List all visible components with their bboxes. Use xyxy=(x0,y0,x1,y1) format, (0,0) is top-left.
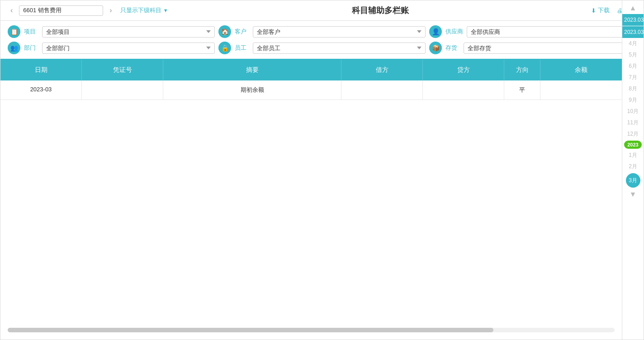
timeline-month-7[interactable]: 7月 xyxy=(622,72,644,83)
supplier-icon: 👤 xyxy=(429,25,442,38)
filter-employee: 🔒 员工 全部员工 xyxy=(218,42,426,54)
timeline-month-9[interactable]: 9月 xyxy=(622,94,644,106)
table-header: 日期 凭证号 摘要 借方 贷方 方向 余额 xyxy=(0,60,622,80)
filter-customer: 🏠 客户 全部客户 xyxy=(218,25,426,38)
download-label: 下载 xyxy=(598,6,610,14)
employee-select[interactable]: 全部员工 xyxy=(253,42,426,54)
inventory-label: 存货 xyxy=(445,44,460,52)
col-direction: 方向 xyxy=(504,60,540,80)
col-date: 日期 xyxy=(0,60,82,80)
cell-direction: 平 xyxy=(504,80,540,99)
supplier-label: 供应商 xyxy=(445,28,463,36)
show-sub-btn[interactable]: 只显示下级科目 ▼ xyxy=(118,6,170,14)
col-summary: 摘要 xyxy=(163,60,341,80)
project-select[interactable]: 全部项目 xyxy=(42,26,215,38)
timeline-month-5[interactable]: 5月 xyxy=(622,49,644,61)
main-content: 日期 凭证号 摘要 借方 贷方 方向 余额 2023-03 期初余额 平 xyxy=(0,59,622,100)
inventory-icon: 📦 xyxy=(429,42,442,54)
next-account-btn[interactable]: › xyxy=(107,5,114,15)
col-balance: 余额 xyxy=(540,60,622,80)
cell-summary: 期初余额 xyxy=(163,80,341,99)
main-window: ‹ › 只显示下级科目 ▼ 科目辅助多栏账 ⬇ 下载 🖨 打印 ✕ 📋 项目 全… xyxy=(0,0,644,340)
employee-icon: 🔒 xyxy=(218,42,231,54)
col-credit: 贷方 xyxy=(423,60,504,80)
timeline-up-btn[interactable]: ▲ xyxy=(628,2,639,14)
timeline-month-8[interactable]: 8月 xyxy=(622,83,644,94)
horizontal-scrollbar[interactable] xyxy=(8,328,615,332)
prev-account-btn[interactable]: ‹ xyxy=(8,5,15,15)
project-label: 项目 xyxy=(24,28,38,36)
chevron-down-icon: ▼ xyxy=(163,8,168,13)
timeline-down-btn[interactable]: ▼ xyxy=(628,189,639,200)
table-row: 2023-03 期初余额 平 xyxy=(0,80,622,100)
cell-debit xyxy=(341,80,423,99)
timeline-month-10[interactable]: 10月 xyxy=(622,106,644,117)
timeline-month-11[interactable]: 11月 xyxy=(622,117,644,128)
download-icon: ⬇ xyxy=(591,7,596,14)
account-code-input[interactable] xyxy=(19,5,103,16)
timeline-month-3-active[interactable]: 3月 xyxy=(626,173,640,188)
inventory-select[interactable]: 全部存货 xyxy=(464,42,636,54)
filter-supplier: 👤 供应商 全部供应商 xyxy=(429,25,636,38)
col-voucher: 凭证号 xyxy=(82,60,163,80)
employee-label: 员工 xyxy=(235,44,249,52)
cell-credit xyxy=(423,80,504,99)
department-icon: 👥 xyxy=(8,42,20,54)
filter-project: 📋 项目 全部项目 xyxy=(8,25,215,38)
download-btn[interactable]: ⬇ 下载 xyxy=(591,6,610,14)
cell-voucher xyxy=(82,80,163,99)
customer-label: 客户 xyxy=(235,28,249,36)
filters-area: 📋 项目 全部项目 🏠 客户 全部客户 👤 供应商 全部供应商 👥 部门 全 xyxy=(0,21,644,59)
timeline-header-1[interactable]: 2023.03 xyxy=(622,14,644,26)
timeline: ▲ 2023.03 2023.03 4月 5月 6月 7月 8月 9月 10月 … xyxy=(622,0,644,340)
table-container: 日期 凭证号 摘要 借方 贷方 方向 余额 2023-03 期初余额 平 xyxy=(0,59,622,100)
timeline-month-1[interactable]: 1月 xyxy=(622,150,644,161)
cell-balance xyxy=(540,80,622,99)
customer-icon: 🏠 xyxy=(218,25,231,38)
page-title: 科目辅助多栏账 xyxy=(174,5,587,16)
filter-inventory: 📦 存货 全部存货 xyxy=(429,42,636,54)
timeline-month-6[interactable]: 6月 xyxy=(622,61,644,72)
cell-date: 2023-03 xyxy=(0,80,82,99)
timeline-header-2[interactable]: 2023.03 xyxy=(622,26,644,38)
supplier-select[interactable]: 全部供应商 xyxy=(467,26,636,38)
department-select[interactable]: 全部部门 xyxy=(42,42,215,54)
customer-select[interactable]: 全部客户 xyxy=(253,26,426,38)
timeline-month-4[interactable]: 4月 xyxy=(622,38,644,49)
timeline-year-2023[interactable]: 2023 xyxy=(624,141,642,149)
scroll-thumb xyxy=(8,328,493,332)
timeline-month-2[interactable]: 2月 xyxy=(622,161,644,172)
project-icon: 📋 xyxy=(8,25,20,38)
show-sub-label: 只显示下级科目 xyxy=(120,6,161,14)
table-body: 2023-03 期初余额 平 xyxy=(0,80,622,100)
header: ‹ › 只显示下级科目 ▼ 科目辅助多栏账 ⬇ 下载 🖨 打印 ✕ xyxy=(0,0,644,21)
department-label: 部门 xyxy=(24,44,38,52)
col-debit: 借方 xyxy=(341,60,423,80)
timeline-month-12[interactable]: 12月 xyxy=(622,128,644,140)
filter-department: 👥 部门 全部部门 xyxy=(8,42,215,54)
